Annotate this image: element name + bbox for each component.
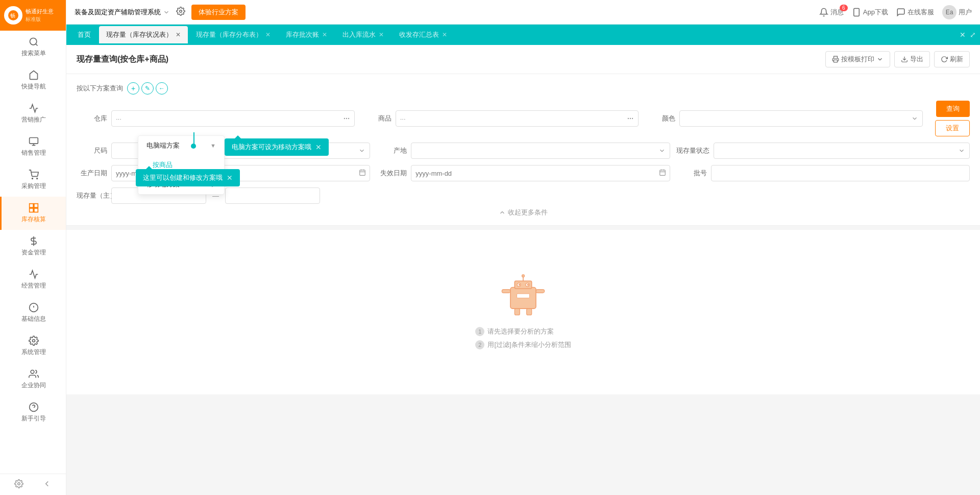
tab-summary[interactable]: 收发存汇总表 ✕ — [392, 26, 454, 43]
edit-tooltip-text: 这里可以创建和修改方案哦 — [143, 173, 223, 182]
tab-inventory-status[interactable]: 现存量（库存状况表） ✕ — [99, 26, 188, 43]
user-menu[interactable]: Ea 用户 — [942, 5, 972, 19]
edit-tooltip: 这里可以创建和修改方案哦 ✕ — [136, 169, 240, 186]
sidebar-label-management: 经营管理 — [21, 281, 46, 290]
logo-icon: 畅 — [4, 6, 22, 25]
sidebar-item-sales[interactable]: 销售管理 — [0, 130, 66, 163]
sidebar-item-guide[interactable]: 新手引导 — [0, 396, 66, 429]
back-scheme-btn[interactable]: ← — [156, 82, 168, 95]
tab-batch-ledger[interactable]: 库存批次账 ✕ — [279, 26, 334, 43]
main-area: 装备及固定资产辅助管理系统 体验行业方案 消息 6 App下载 在线客服 — [66, 0, 980, 495]
svg-rect-12 — [34, 208, 38, 213]
logo: 畅 畅通好生意 标准版 — [0, 0, 66, 31]
tab-close-inout-flow[interactable]: ✕ — [379, 31, 384, 38]
tip-num-2: 2 — [475, 340, 484, 349]
reset-btn[interactable]: 设置 — [935, 120, 970, 136]
sidebar-item-system[interactable]: 系统管理 — [0, 329, 66, 363]
tab-home[interactable]: 首页 — [70, 27, 98, 42]
refresh-icon — [941, 56, 948, 63]
color-select[interactable] — [679, 110, 923, 127]
print-btn[interactable]: 按模板打印 — [825, 51, 890, 67]
sidebar-item-finance[interactable]: 资金管理 — [0, 230, 66, 263]
goods-select[interactable]: ··· — [396, 110, 639, 127]
sidebar-item-purchase[interactable]: 采购管理 — [0, 163, 66, 197]
sidebar-item-inventory[interactable]: 库存核算 — [0, 197, 66, 230]
app-download-btn[interactable]: App下载 — [852, 8, 888, 17]
system-selector[interactable]: 装备及固定资产辅助管理系统 — [75, 8, 170, 17]
size-chevron-icon — [358, 147, 365, 154]
system-settings-btn[interactable] — [176, 7, 185, 17]
tip-text-2: 用[过滤]条件来缩小分析范围 — [487, 340, 571, 349]
tab-inout-flow[interactable]: 出入库流水 ✕ — [335, 26, 391, 43]
filter-field-batch: 批号 — [676, 165, 970, 181]
collapse-btn[interactable]: 收起更多条件 — [499, 208, 548, 217]
sidebar-label-search: 搜索菜单 — [21, 49, 46, 58]
tab-close-inventory-distribution[interactable]: ✕ — [265, 31, 271, 38]
online-service-label: 在线客服 — [908, 8, 934, 17]
batch-input[interactable] — [711, 165, 970, 181]
logo-badge: 标准版 — [26, 16, 54, 23]
add-scheme-btn[interactable]: + — [127, 82, 139, 95]
online-service-btn[interactable]: 在线客服 — [896, 8, 934, 17]
connector-dot — [191, 144, 196, 149]
export-label: 导出 — [910, 55, 923, 64]
svg-point-32 — [628, 118, 629, 119]
stock-main-to[interactable] — [225, 187, 320, 204]
sidebar-item-collaboration[interactable]: 企业协同 — [0, 363, 66, 396]
sidebar-item-info[interactable]: 基础信息 — [0, 296, 66, 329]
origin-select[interactable] — [411, 143, 670, 159]
sidebar-item-marketing[interactable]: 营销推广 — [0, 97, 66, 130]
exp-date-input[interactable] — [411, 165, 670, 181]
svg-point-8 — [37, 178, 38, 179]
collapse-label: 收起更多条件 — [508, 208, 548, 217]
logo-text: 畅通好生意 — [26, 8, 54, 15]
svg-rect-53 — [527, 309, 532, 315]
svg-rect-25 — [834, 60, 838, 62]
goods-more-icon — [627, 115, 634, 122]
filter-row-1: 仓库 ··· 商品 ··· 颜色 — [77, 101, 970, 136]
close-all-tabs-btn[interactable]: ✕ — [960, 31, 966, 39]
notifications-btn[interactable]: 消息 6 — [819, 8, 844, 17]
empty-tips: 1 请先选择要分析的方案 2 用[过滤]条件来缩小分析范围 — [475, 327, 571, 353]
svg-point-45 — [519, 284, 520, 286]
tab-inventory-status-label: 现存量（库存状况表） — [106, 30, 173, 39]
tab-close-inventory-status[interactable]: ✕ — [176, 31, 181, 38]
prod-date-icon[interactable] — [359, 169, 366, 178]
settings-bottom-btn[interactable] — [14, 479, 23, 490]
sidebar-item-navigation[interactable]: 快捷导航 — [0, 64, 66, 97]
refresh-btn[interactable]: 刷新 — [934, 51, 970, 67]
scheme-panel-item-pc[interactable]: 电脑端方案 ▼ — [138, 136, 224, 155]
sidebar-label-inventory: 库存核算 — [21, 215, 46, 224]
empty-illustration — [498, 271, 549, 317]
scheme-tooltip-close[interactable]: ✕ — [315, 143, 322, 151]
svg-point-28 — [348, 118, 349, 119]
sidebar-item-management[interactable]: 经营管理 — [0, 263, 66, 296]
edit-scheme-btn[interactable]: ✎ — [141, 82, 154, 95]
tab-inventory-distribution[interactable]: 现存量（库存分布表） ✕ — [189, 26, 278, 43]
export-btn[interactable]: 导出 — [894, 51, 930, 67]
maximize-btn[interactable]: ⤢ — [970, 31, 976, 39]
goods-value: ··· — [400, 115, 406, 123]
warehouse-select[interactable]: ··· — [111, 110, 355, 127]
color-label: 颜色 — [645, 114, 675, 123]
filter-field-warehouse: 仓库 ··· — [77, 110, 355, 127]
edit-tooltip-close[interactable]: ✕ — [227, 174, 233, 182]
scheme-tooltip-text: 电脑方案可设为移动方案哦 — [232, 143, 311, 152]
industry-btn[interactable]: 体验行业方案 — [191, 5, 246, 20]
tab-close-summary[interactable]: ✕ — [442, 31, 447, 38]
warehouse-value: ··· — [116, 115, 121, 123]
exp-date-icon[interactable] — [659, 169, 666, 178]
collapse-sidebar-btn[interactable] — [42, 479, 52, 490]
sidebar-item-search[interactable]: 搜索菜单 — [0, 31, 66, 64]
tab-batch-ledger-label: 库存批次账 — [286, 30, 319, 39]
tab-inout-flow-label: 出入库流水 — [342, 30, 376, 39]
prod-date-label: 生产日期 — [77, 169, 107, 178]
filter-field-origin: 产地 — [376, 143, 670, 159]
search-btn[interactable]: 查询 — [936, 101, 970, 117]
chevron-down-print-icon — [876, 56, 884, 63]
stock-status-select[interactable] — [714, 143, 970, 159]
batch-label: 批号 — [676, 169, 707, 178]
content-area: 现存量查询(按仓库+商品) 按模板打印 导出 刷新 按 — [66, 45, 980, 495]
tab-close-batch-ledger[interactable]: ✕ — [322, 31, 327, 38]
scheme-label-pc: 电脑端方案 — [146, 141, 180, 150]
